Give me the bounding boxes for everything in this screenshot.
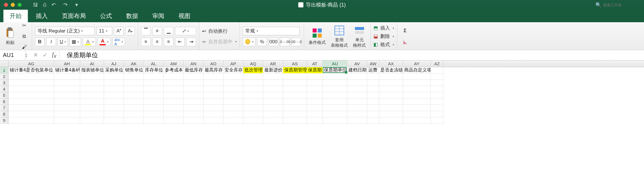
comma-button[interactable]: 000: [269, 38, 278, 46]
cell[interactable]: [431, 99, 443, 105]
column-header[interactable]: AJ: [104, 60, 124, 67]
cell[interactable]: [164, 105, 184, 111]
ribbon-tab-0[interactable]: 开始: [3, 9, 28, 22]
fx-icon[interactable]: fx: [52, 51, 59, 59]
column-header[interactable]: AH: [54, 60, 80, 67]
cell[interactable]: [184, 92, 203, 99]
confirm-formula-button[interactable]: ✓: [43, 52, 47, 58]
cell[interactable]: [124, 86, 144, 92]
cell[interactable]: 采购单位: [104, 67, 124, 73]
row-header[interactable]: 4: [0, 86, 8, 92]
cell[interactable]: [323, 111, 347, 117]
align-center-button[interactable]: ≡: [152, 38, 162, 46]
cell[interactable]: [403, 80, 431, 86]
cell[interactable]: [54, 80, 80, 86]
cell[interactable]: [54, 86, 80, 92]
cell[interactable]: [164, 111, 184, 117]
row-header[interactable]: 6: [0, 99, 8, 105]
cell[interactable]: 最新进价: [263, 67, 283, 73]
cell[interactable]: [104, 80, 124, 86]
cell[interactable]: [243, 92, 263, 99]
cell[interactable]: [223, 92, 243, 99]
cell[interactable]: [124, 105, 144, 111]
column-header[interactable]: AQ: [243, 60, 263, 67]
cell[interactable]: [54, 117, 80, 124]
insert-cells-button[interactable]: ⬒插入▾: [373, 25, 394, 31]
font-color-button[interactable]: A▾: [97, 38, 111, 46]
cell[interactable]: [379, 80, 403, 86]
cell[interactable]: [379, 73, 403, 80]
cell[interactable]: [223, 105, 243, 111]
decrease-decimal-button[interactable]: .00→.0: [291, 38, 301, 46]
cell[interactable]: [144, 86, 164, 92]
cell[interactable]: [223, 86, 243, 92]
cell[interactable]: [283, 80, 307, 86]
phonetic-button[interactable]: abcA▾: [112, 38, 125, 46]
cell[interactable]: [367, 105, 379, 111]
italic-button[interactable]: I: [46, 38, 56, 46]
cell[interactable]: [347, 117, 367, 124]
cell[interactable]: [80, 111, 104, 117]
cell[interactable]: [403, 117, 431, 124]
cell[interactable]: [243, 117, 263, 124]
cell[interactable]: [263, 111, 283, 117]
cell[interactable]: [9, 111, 54, 117]
cell[interactable]: [124, 111, 144, 117]
cell[interactable]: [203, 105, 223, 111]
cell[interactable]: [223, 117, 243, 124]
cell[interactable]: [263, 105, 283, 111]
cell[interactable]: 批次管理: [243, 67, 263, 73]
row-header[interactable]: 8: [0, 111, 8, 117]
cell[interactable]: [184, 111, 203, 117]
ribbon-tab-1[interactable]: 插入: [30, 9, 54, 22]
cell[interactable]: [144, 111, 164, 117]
cell[interactable]: [283, 92, 307, 99]
column-header[interactable]: AX: [379, 60, 403, 67]
sheet-search[interactable]: 🔍: [595, 2, 640, 8]
clear-button[interactable]: ◣: [400, 38, 410, 46]
cell[interactable]: [323, 117, 347, 124]
save-icon[interactable]: 🖫: [33, 2, 38, 8]
cell[interactable]: [164, 117, 184, 124]
column-header[interactable]: AO: [203, 60, 223, 67]
cell[interactable]: [80, 86, 104, 92]
cell[interactable]: [403, 73, 431, 80]
cell[interactable]: [124, 117, 144, 124]
name-box[interactable]: AU1: [0, 50, 26, 60]
column-header[interactable]: AL: [144, 60, 164, 67]
cell[interactable]: [283, 111, 307, 117]
cell[interactable]: 参考成本: [164, 67, 184, 73]
close-window-button[interactable]: [4, 3, 8, 7]
cell[interactable]: [347, 99, 367, 105]
percent-button[interactable]: %: [257, 38, 267, 46]
column-header[interactable]: AT: [307, 60, 323, 67]
cell[interactable]: [9, 99, 54, 105]
cell[interactable]: [243, 99, 263, 105]
cell[interactable]: [203, 117, 223, 124]
cell[interactable]: [307, 99, 323, 105]
cell[interactable]: [431, 80, 443, 86]
cell[interactable]: [263, 117, 283, 124]
cell[interactable]: [323, 105, 347, 111]
cell[interactable]: [323, 86, 347, 92]
row-header[interactable]: 2: [0, 73, 8, 80]
cell[interactable]: [367, 73, 379, 80]
cell[interactable]: [144, 117, 164, 124]
cell[interactable]: 保质期单位: [323, 67, 347, 73]
orientation-button[interactable]: ⤢▾: [175, 27, 196, 35]
number-format-combo[interactable]: 常规▾: [243, 27, 300, 35]
cell[interactable]: [203, 92, 223, 99]
cell[interactable]: [203, 80, 223, 86]
cell[interactable]: 保质期: [307, 67, 323, 73]
cell[interactable]: [379, 92, 403, 99]
underline-button[interactable]: U▾: [58, 38, 68, 46]
ribbon-tab-3[interactable]: 公式: [94, 9, 118, 22]
increase-decimal-button[interactable]: .0→.00: [280, 38, 290, 46]
cell[interactable]: [9, 86, 54, 92]
customize-qat-button[interactable]: ▾: [75, 2, 78, 8]
cell[interactable]: [164, 80, 184, 86]
row-header[interactable]: 9: [0, 117, 8, 124]
select-all-button[interactable]: [0, 60, 9, 67]
cell[interactable]: [80, 105, 104, 111]
column-header[interactable]: AG: [9, 60, 54, 67]
